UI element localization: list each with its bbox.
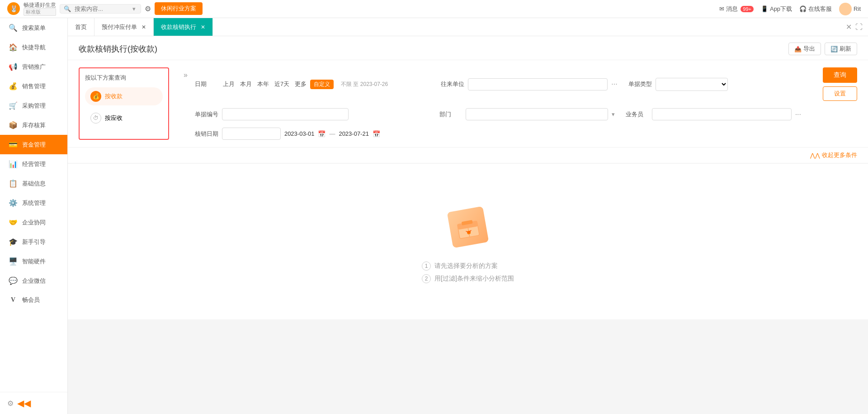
- sidebar-item-search[interactable]: 🔍 搜索菜单: [0, 18, 67, 38]
- sidebar-item-member[interactable]: V 畅会员: [0, 290, 67, 309]
- more-conditions-label: 收起更多条件: [822, 151, 857, 159]
- empty-box-icon: [447, 206, 489, 248]
- app-download-item[interactable]: 📱 App下载: [761, 5, 792, 13]
- close-window-icon[interactable]: ✕: [846, 23, 852, 31]
- more-conditions-button[interactable]: ⋀⋀ 收起更多条件: [810, 151, 857, 159]
- filter-option-by-receipt[interactable]: 💰 按收款: [85, 87, 163, 105]
- industry-solution-button[interactable]: 休闲行业方案: [155, 2, 203, 15]
- date-no-limit: 不限 至 2023-07-26: [341, 81, 388, 88]
- sidebar-item-label: 系统管理: [22, 199, 46, 207]
- close-tab-prepay[interactable]: ✕: [142, 24, 146, 30]
- search-input[interactable]: [75, 5, 129, 12]
- export-button[interactable]: 📤 导出: [788, 43, 821, 55]
- sidebar-item-business[interactable]: 📊 经营管理: [0, 154, 67, 174]
- search-icon: 🔍: [9, 24, 18, 32]
- tab-prepay[interactable]: 预付冲应付单 ✕: [94, 18, 154, 36]
- topbar-left: 🐰 畅捷通好生意 标准版 🔍 ▾ ⚙ 休闲行业方案: [7, 2, 203, 16]
- filter-left-panel: 按以下方案查询 💰 按收款 ⏱ 按应收: [79, 67, 169, 140]
- date-btn-last-month[interactable]: 上月: [221, 79, 236, 89]
- sidebar-item-label: 资金管理: [22, 141, 46, 149]
- message-label: 消息: [726, 5, 738, 13]
- gear-icon[interactable]: ⚙: [145, 5, 151, 13]
- tab-actions: ✕ ⛶: [840, 23, 868, 31]
- date-btn-this-year[interactable]: 本年: [255, 79, 271, 89]
- page-header-actions: 📤 导出 🔄 刷新: [788, 43, 857, 55]
- app-logo: 🐰: [7, 2, 20, 15]
- page-header: 收款核销执行(按收款) 📤 导出 🔄 刷新: [68, 36, 868, 60]
- close-tab-receivable[interactable]: ✕: [201, 24, 205, 30]
- sidebar-item-wechat[interactable]: 💬 企业微信: [0, 271, 67, 290]
- sidebar-item-label: 经营管理: [22, 160, 46, 168]
- settings-icon[interactable]: ⚙: [7, 399, 14, 408]
- tab-receivable[interactable]: 收款核销执行 ✕: [154, 18, 213, 36]
- salesman-input[interactable]: [652, 108, 792, 120]
- date-btn-7days[interactable]: 近7天: [273, 79, 291, 89]
- maximize-icon[interactable]: ⛶: [855, 23, 863, 31]
- sidebar-item-marketing[interactable]: 📢 营销推广: [0, 57, 67, 76]
- collapse-sidebar-button[interactable]: ◀◀: [17, 398, 31, 409]
- finance-icon: 💳: [9, 140, 18, 149]
- content-area: 首页 预付冲应付单 ✕ 收款核销执行 ✕ ✕ ⛶ 收款核销执行(按收款): [68, 18, 868, 414]
- sidebar-item-label: 新手引导: [22, 238, 46, 246]
- dept-label: 部门: [439, 110, 462, 119]
- hardware-icon: 🖥️: [9, 257, 18, 266]
- user-area[interactable]: Rit: [839, 3, 861, 15]
- date-range: 2023-03-01 📅 — 2023-07-21 📅: [222, 128, 380, 140]
- collapse-filter-button[interactable]: »: [184, 71, 188, 79]
- system-icon: ⚙️: [9, 199, 18, 207]
- dept-input[interactable]: [466, 108, 608, 120]
- doc-no-input[interactable]: [222, 108, 349, 120]
- message-item[interactable]: ✉ 消息 99+: [719, 5, 754, 13]
- partner-dots[interactable]: ···: [611, 80, 617, 88]
- search-bar[interactable]: 🔍 ▾: [60, 4, 141, 14]
- sidebar-item-guide[interactable]: 🎓 新手引导: [0, 232, 67, 252]
- verify-date-start-input[interactable]: [222, 128, 281, 140]
- refresh-button[interactable]: 🔄 刷新: [825, 43, 857, 55]
- service-icon: 🎧: [799, 5, 807, 12]
- sidebar-item-inventory[interactable]: 📦 库存核算: [0, 115, 67, 135]
- message-icon: ✉: [719, 5, 724, 12]
- calendar-end-icon[interactable]: 📅: [373, 130, 380, 138]
- filter-area: 按以下方案查询 💰 按收款 ⏱ 按应收 »: [68, 60, 868, 147]
- sidebar-item-hardware[interactable]: 🖥️ 智能硬件: [0, 252, 67, 271]
- sidebar-item-system[interactable]: ⚙️ 系统管理: [0, 193, 67, 213]
- brand-name: 畅捷通好生意: [24, 2, 56, 8]
- sidebar-item-label: 企业微信: [22, 277, 46, 285]
- username: Rit: [854, 5, 861, 12]
- sidebar-item-purchase[interactable]: 🛒 采购管理: [0, 96, 67, 115]
- filter-row-3: 核销日期 2023-03-01 📅 — 2023-07-21 📅: [195, 128, 857, 140]
- filter-option-by-receivable[interactable]: ⏱ 按应收: [85, 109, 163, 127]
- empty-step-1: 1 请先选择要分析的方案: [422, 262, 514, 271]
- query-actions: 查询 设置: [823, 67, 857, 101]
- filter-left-title: 按以下方案查询: [85, 74, 163, 82]
- edition-label: 标准版: [24, 8, 56, 16]
- tab-home[interactable]: 首页: [68, 18, 94, 36]
- setting-button[interactable]: 设置: [823, 86, 857, 101]
- calendar-start-icon[interactable]: 📅: [318, 130, 326, 138]
- marketing-icon: 📢: [9, 62, 18, 71]
- sidebar-item-label: 企业协同: [22, 219, 46, 227]
- salesman-dots[interactable]: ···: [795, 110, 801, 119]
- doc-type-select[interactable]: [656, 78, 728, 91]
- sidebar-item-sales[interactable]: 💰 销售管理: [0, 76, 67, 96]
- sidebar-item-enterprise[interactable]: 🤝 企业协同: [0, 213, 67, 232]
- date-btn-this-month[interactable]: 本月: [238, 79, 254, 89]
- query-button[interactable]: 查询: [823, 67, 857, 83]
- online-service-label: 在线客服: [808, 5, 832, 13]
- sidebar-item-finance[interactable]: 💳 资金管理: [0, 135, 67, 154]
- salesman-label: 业务员: [626, 110, 648, 119]
- date-btn-custom[interactable]: 自定义: [310, 80, 334, 89]
- date-btn-more[interactable]: 更多: [293, 79, 308, 89]
- sidebar-item-quick-nav[interactable]: 🏠 快捷导航: [0, 38, 67, 57]
- sidebar-item-label: 基础信息: [22, 180, 46, 188]
- receipt-icon: 💰: [90, 91, 101, 102]
- partner-input[interactable]: [468, 78, 608, 90]
- sidebar-item-basic-info[interactable]: 📋 基础信息: [0, 174, 67, 193]
- verify-date-start-display: 2023-03-01: [284, 130, 315, 137]
- avatar: [839, 3, 852, 15]
- dept-chevron-icon: ▾: [612, 111, 615, 118]
- step-num-1: 1: [422, 262, 431, 271]
- online-service-item[interactable]: 🎧 在线客服: [799, 5, 832, 13]
- app-download-label: App下载: [770, 5, 792, 13]
- tab-receivable-label: 收款核销执行: [161, 23, 196, 31]
